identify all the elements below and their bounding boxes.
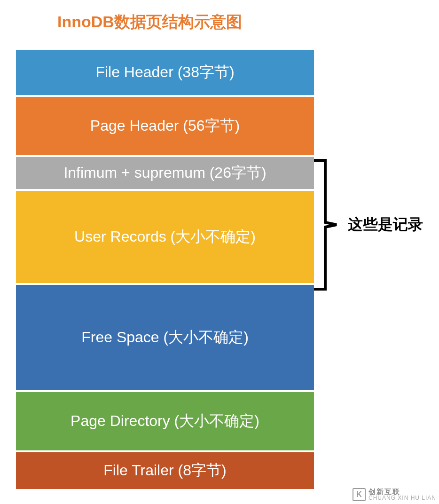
block-free-space: Free Space (大小不确定) — [16, 285, 314, 392]
watermark-text: 创新互联 CHUANG XIN HU LIAN — [368, 488, 436, 501]
watermark-en: CHUANG XIN HU LIAN — [368, 495, 436, 501]
block-page-directory: Page Directory (大小不确定) — [16, 392, 314, 452]
block-file-header: File Header (38字节) — [16, 50, 314, 97]
brace-icon — [314, 159, 339, 291]
records-brace: 这些是记录 — [314, 159, 423, 291]
watermark-cn: 创新互联 — [368, 488, 436, 496]
page-structure-diagram: File Header (38字节) Page Header (56字节) In… — [16, 50, 314, 489]
diagram-title: InnoDB数据页结构示意图 — [57, 11, 242, 33]
block-page-header: Page Header (56字节) — [16, 97, 314, 157]
block-file-trailer: File Trailer (8字节) — [16, 452, 314, 489]
watermark-logo-icon: K — [353, 488, 366, 501]
block-infimum: Infimum + supremum (26字节) — [16, 157, 314, 191]
watermark: K 创新互联 CHUANG XIN HU LIAN — [353, 488, 436, 501]
brace-label: 这些是记录 — [348, 214, 423, 235]
block-user-records: User Records (大小不确定) — [16, 191, 314, 285]
